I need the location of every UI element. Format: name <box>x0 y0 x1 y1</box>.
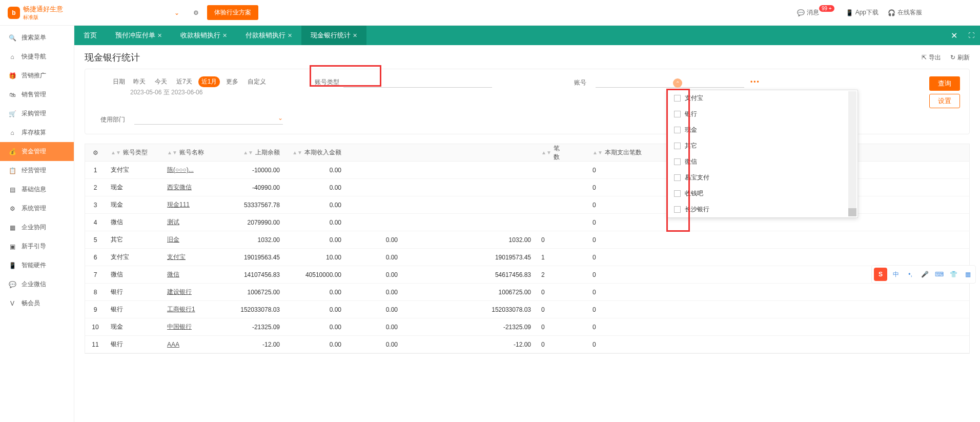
sort-icon[interactable]: ▲▼ <box>593 151 603 154</box>
date-chip[interactable]: 昨天 <box>130 76 149 87</box>
table-settings-button[interactable]: ⚙ <box>85 149 106 156</box>
ime-keyboard-icon[interactable]: ⌨ <box>933 269 945 280</box>
checkbox[interactable] <box>674 111 681 117</box>
date-chip[interactable]: 更多 <box>223 76 241 87</box>
checkbox[interactable] <box>674 190 681 197</box>
account-link[interactable]: 测试 <box>167 218 179 226</box>
tab[interactable]: 收款核销执行✕ <box>171 26 236 45</box>
account-link[interactable]: 现金111 <box>167 201 190 208</box>
sidebar-item[interactable]: V畅会员 <box>0 294 74 313</box>
ime-logo-icon[interactable]: S <box>874 268 887 281</box>
ime-lang-button[interactable]: 中 <box>890 269 902 280</box>
dropdown-option[interactable]: 其它 <box>668 138 858 154</box>
sidebar-item-label: 基础信息 <box>22 185 46 194</box>
sort-icon[interactable]: ▲▼ <box>111 151 121 154</box>
tab[interactable]: 付款核销执行✕ <box>236 26 301 45</box>
date-chip[interactable]: 近7天 <box>173 76 195 87</box>
dropdown-option[interactable]: 易宝支付 <box>668 170 858 186</box>
more-filters-button[interactable]: ••• <box>750 78 760 86</box>
account-link[interactable]: 中国银行 <box>167 323 192 330</box>
sidebar-item[interactable]: ⌂库存核算 <box>0 123 74 142</box>
menu-icon: 💰 <box>8 148 16 156</box>
support-button[interactable]: 🎧 在线客服 <box>888 8 922 17</box>
account-link[interactable]: AAA <box>167 341 179 348</box>
account-link[interactable]: 陈(○○○)... <box>167 166 194 173</box>
fullscreen-button[interactable]: ⛶ <box>963 27 980 44</box>
account-link[interactable]: 工商银行1 <box>167 306 195 313</box>
tab[interactable]: 首页 <box>74 26 106 45</box>
tab[interactable]: 预付冲应付单✕ <box>106 26 171 45</box>
sidebar-item[interactable]: 📋经营管理 <box>0 161 74 180</box>
table-row: 6支付宝支付宝19019563.4510.000.0019019573.4510 <box>85 249 969 266</box>
account-link[interactable]: 建设银行 <box>167 288 192 295</box>
close-icon[interactable]: ✕ <box>288 32 292 39</box>
account-link[interactable]: 西安微信 <box>167 184 192 191</box>
settings-button[interactable]: 设置 <box>929 94 960 108</box>
sidebar-item[interactable]: 🛒采购管理 <box>0 104 74 123</box>
sidebar-item-label: 企业微信 <box>22 280 46 289</box>
dropdown-option[interactable]: 现金 <box>668 122 858 138</box>
date-chip[interactable]: 自定义 <box>244 76 269 87</box>
close-icon[interactable]: ✕ <box>157 32 162 39</box>
sidebar-item[interactable]: ▤基础信息 <box>0 180 74 199</box>
dropdown-option[interactable]: 收钱吧 <box>668 186 858 202</box>
collapse-filters-button[interactable]: ⌃ <box>673 78 682 88</box>
dept-label: 使用部门 <box>94 114 130 124</box>
sidebar-item-label: 采购管理 <box>22 109 46 118</box>
dropdown-option[interactable]: 银行 <box>668 106 858 122</box>
sidebar-item[interactable]: ⚙系统管理 <box>0 199 74 218</box>
sidebar-item[interactable]: ▦企业协同 <box>0 218 74 237</box>
tab[interactable]: 现金银行统计✕ <box>301 26 366 45</box>
checkbox[interactable] <box>674 143 681 149</box>
sort-icon[interactable]: ▲▼ <box>292 151 302 154</box>
sidebar-item[interactable]: ⌂快捷导航 <box>0 47 74 66</box>
export-button[interactable]: ⇱导出 <box>922 53 941 62</box>
checkbox[interactable] <box>674 174 681 181</box>
org-selector[interactable]: ⌄ <box>82 6 185 20</box>
account-input[interactable] <box>596 76 744 88</box>
try-plan-button[interactable]: 体验行业方案 <box>207 5 258 20</box>
checkbox[interactable] <box>674 127 681 133</box>
account-type-dropdown[interactable]: 支付宝银行现金其它微信易宝支付收钱吧长沙银行 <box>667 90 858 218</box>
ime-tool-icon[interactable]: ▦ <box>962 269 973 280</box>
account-link[interactable]: 旧金 <box>167 236 179 243</box>
search-button[interactable]: 查询 <box>929 76 960 91</box>
refresh-button[interactable]: ↻刷新 <box>950 53 970 62</box>
dropdown-option[interactable]: 支付宝 <box>668 90 858 106</box>
sort-icon[interactable]: ▲▼ <box>243 151 253 154</box>
sidebar-item[interactable]: 💬企业微信 <box>0 275 74 294</box>
account-link[interactable]: 支付宝 <box>167 253 186 260</box>
sidebar-item[interactable]: 🛍销售管理 <box>0 85 74 104</box>
menu-icon: 🔍 <box>8 34 16 42</box>
sidebar-item[interactable]: 💰资金管理 <box>0 142 74 161</box>
gear-icon[interactable]: ⚙ <box>189 6 203 20</box>
dropdown-scrollbar[interactable] <box>848 91 856 216</box>
dropdown-option[interactable]: 微信 <box>668 154 858 170</box>
app-download-button[interactable]: 📱 App下载 <box>846 8 879 17</box>
sidebar-item[interactable]: 🔍搜索菜单 <box>0 28 74 47</box>
account-type-input[interactable] <box>343 76 492 88</box>
close-icon[interactable]: ✕ <box>222 32 227 39</box>
logo: b 畅捷通好生意 标准版 <box>8 5 82 21</box>
sidebar-item[interactable]: ▣新手引导 <box>0 237 74 256</box>
sort-icon[interactable]: ▲▼ <box>167 151 177 154</box>
close-tab-button[interactable]: ✕ <box>945 27 963 44</box>
dropdown-option[interactable]: 长沙银行 <box>668 202 858 217</box>
close-icon[interactable]: ✕ <box>353 32 357 39</box>
sidebar-item-label: 企业协同 <box>22 223 46 232</box>
checkbox[interactable] <box>674 158 681 165</box>
dept-select[interactable]: ⌄ <box>134 113 283 125</box>
checkbox[interactable] <box>674 206 681 213</box>
date-chip[interactable]: 近1月 <box>198 76 220 87</box>
sidebar-item[interactable]: 📱智能硬件 <box>0 256 74 275</box>
ime-skin-icon[interactable]: 👕 <box>948 269 959 280</box>
date-chip[interactable]: 今天 <box>152 76 170 87</box>
ime-punct-icon[interactable]: •, <box>905 269 916 280</box>
checkbox[interactable] <box>674 95 681 102</box>
ime-mic-icon[interactable]: 🎤 <box>919 269 930 280</box>
refresh-icon: ↻ <box>950 54 955 61</box>
account-link[interactable]: 微信 <box>167 271 179 278</box>
sort-icon[interactable]: ▲▼ <box>541 151 552 154</box>
messages-button[interactable]: 💬 消息 99 + <box>797 8 836 17</box>
sidebar-item[interactable]: 🎁营销推广 <box>0 66 74 85</box>
